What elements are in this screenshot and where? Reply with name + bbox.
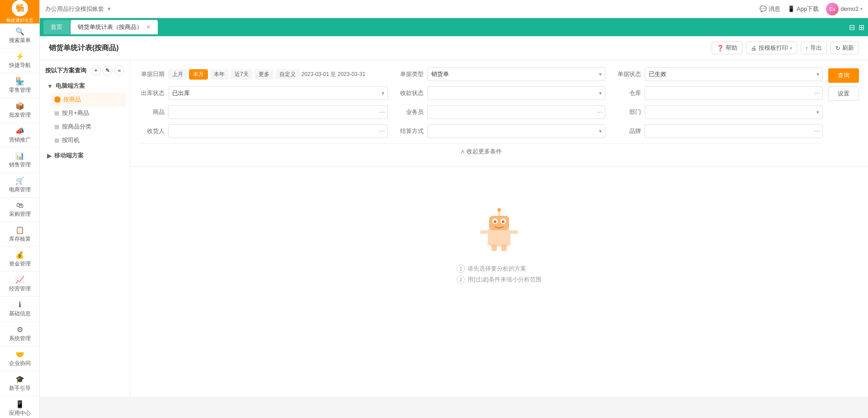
filter-with-query: 单据日期 上月 本月 本年 近7天 更多 自定义 2023-03-01 至 20… (139, 67, 859, 159)
sidebar-item-label: 应用中心 (2, 409, 38, 417)
sidebar-item-inventory[interactable]: 📋 库存核算 (0, 222, 40, 247)
refresh-button[interactable]: ↻ 刷新 (830, 42, 859, 54)
salesperson-dots[interactable]: ··· (597, 108, 603, 116)
settings-button[interactable]: 设置 (828, 86, 859, 101)
warehouse-dots[interactable]: ··· (814, 89, 820, 97)
by-goods-label: 按商品 (63, 95, 81, 104)
collapse-more-button[interactable]: ∧ 收起更多条件 (139, 143, 823, 159)
sidebar-item-ecommerce[interactable]: 🛒 电商管理 (0, 173, 40, 198)
filter-panel: 单据日期 上月 本月 本年 近7天 更多 自定义 2023-03-01 至 20… (130, 60, 868, 167)
operations-icon: 📈 (2, 276, 38, 284)
workspace-dropdown-arrow[interactable]: ▾ (108, 5, 111, 12)
tree-add-button[interactable]: + (91, 66, 101, 76)
print-label: 按模板打印 (759, 44, 788, 52)
brand-control: ··· (645, 124, 823, 138)
ecommerce-icon: 🛒 (2, 176, 38, 185)
sidebar-item-system[interactable]: ⚙ 系统管理 (0, 322, 40, 347)
mobile-expand-icon: ▶ (47, 152, 52, 159)
tree-node-mobile[interactable]: ▶ 移动端方案 (43, 149, 126, 162)
warehouse-input[interactable] (645, 86, 823, 100)
date-btn-more[interactable]: 更多 (255, 69, 274, 80)
sidebar-item-sales[interactable]: 📊 销售管理 (0, 148, 40, 173)
sidebar-item-marketing[interactable]: 📣 营销推广 (0, 123, 40, 148)
payment-method-select[interactable] (427, 124, 605, 138)
status-value: 已生效 (649, 70, 666, 78)
help-button[interactable]: ❓ 帮助 (712, 42, 742, 54)
right-main: 单据日期 上月 本月 本年 近7天 更多 自定义 2023-03-01 至 20… (130, 60, 868, 397)
user-dropdown-arrow: ▾ (860, 6, 863, 11)
salesperson-control: ··· (427, 105, 605, 119)
tab-minimize-icon[interactable]: ⊟ (849, 23, 855, 32)
tab-maximize-icon[interactable]: ⊞ (859, 23, 864, 32)
tree-edit-button[interactable]: ✎ (103, 66, 113, 76)
date-btn-custom[interactable]: 自定义 (275, 69, 300, 80)
sidebar-item-quick-nav[interactable]: ⚡ 快捷导航 (0, 48, 40, 73)
sidebar-item-newbie[interactable]: 🎓 新手引导 (0, 371, 40, 396)
avatar: Ea (826, 3, 839, 15)
sidebar-item-label: 搜索菜单 (2, 37, 38, 44)
receiver-dots[interactable]: ··· (379, 127, 385, 135)
status-label: 单据状态 (616, 70, 641, 78)
message-button[interactable]: 💬 消息 (760, 5, 780, 13)
sidebar-item-operations[interactable]: 📈 经营管理 (0, 272, 40, 297)
enterprise-icon: 🤝 (2, 350, 38, 359)
sidebar-item-label: 系统管理 (2, 335, 38, 342)
sidebar-item-search[interactable]: 🔍 搜索菜单 (0, 24, 40, 48)
type-value: 销货单 (431, 70, 449, 78)
type-control: 销货单 ▾ (427, 67, 605, 81)
user-menu[interactable]: Ea demo2 ▾ (826, 3, 863, 15)
type-select[interactable]: 销货单 (427, 67, 605, 81)
tree-node-desktop[interactable]: ▼ 电脑端方案 (43, 79, 126, 93)
sidebar-item-label: 零售管理 (2, 86, 38, 94)
sidebar-item-label: 营销推广 (2, 136, 38, 144)
date-btn-this-year[interactable]: 本年 (210, 69, 229, 80)
tree-node-by-category[interactable]: ▦ 按商品分类 (51, 120, 126, 133)
stock-out-select[interactable]: 已出库 (168, 86, 388, 100)
stock-out-control: 已出库 ▾ (168, 86, 388, 100)
filter-item-date: 单据日期 上月 本月 本年 近7天 更多 自定义 2023-03-01 至 20… (139, 69, 388, 80)
filter-item-payment: 收款状态 ▾ (398, 86, 605, 100)
app-download-button[interactable]: 📱 App下载 (788, 5, 819, 13)
sidebar-item-finance[interactable]: 💰 资金管理 (0, 247, 40, 272)
app-center-icon: 📱 (2, 400, 38, 408)
sidebar-item-basic[interactable]: ℹ 基础信息 (0, 297, 40, 322)
sidebar-item-enterprise[interactable]: 🤝 企业协同 (0, 347, 40, 371)
tree-collapse-button[interactable]: « (114, 66, 124, 76)
sidebar-item-retail[interactable]: 🏪 零售管理 (0, 73, 40, 98)
print-button[interactable]: 🖨 按模板打印 ▾ (746, 42, 797, 54)
date-btn-this-month[interactable]: 本月 (189, 69, 208, 80)
tab-sales-stats-label: 销货单统计表（按商品） (78, 23, 142, 31)
empty-steps: 1 请先选择要分析的方案 2 用[过滤]条件来缩小分析范围 (457, 265, 541, 286)
receiver-label: 收货人 (139, 127, 165, 135)
step-1-label: 请先选择要分析的方案 (467, 265, 526, 273)
sidebar-item-wholesale[interactable]: 📦 批发管理 (0, 98, 40, 123)
logo-icon: 畅 (12, 0, 28, 16)
filter-row-4: 收货人 ··· (139, 124, 823, 138)
sidebar-item-app-center[interactable]: 📱 应用中心 (0, 396, 40, 418)
salesperson-label: 业务员 (398, 108, 424, 116)
status-select[interactable]: 已生效 (645, 67, 823, 81)
tab-close-button[interactable]: ✕ (146, 24, 151, 30)
tab-sales-stats[interactable]: 销货单统计表（按商品） ✕ (71, 20, 158, 34)
date-btn-last-month[interactable]: 上月 (168, 69, 187, 80)
payment-select[interactable] (427, 86, 605, 100)
tab-home[interactable]: 首页 (43, 20, 70, 34)
workspace-label: 办公用品行业模拟账套 (45, 5, 104, 13)
body-wrapper: 按以下方案查询 + ✎ « ▼ 电脑端方案 按商品 (40, 60, 868, 397)
sidebar-item-purchase[interactable]: 🛍 采购管理 (0, 198, 40, 222)
basic-icon: ℹ (2, 300, 38, 309)
tree-node-by-goods[interactable]: 按商品 (51, 93, 126, 106)
wholesale-icon: 📦 (2, 102, 38, 110)
query-button[interactable]: 查询 (828, 68, 859, 83)
brand-dots[interactable]: ··· (814, 127, 820, 135)
svg-rect-11 (491, 245, 497, 251)
topbar: 办公用品行业模拟账套 ▾ 💬 消息 📱 App下载 Ea demo2 ▾ (40, 0, 868, 18)
dept-select[interactable] (645, 105, 823, 119)
step-num-1: 1 (457, 265, 465, 273)
export-button[interactable]: ↑ 导出 (801, 42, 827, 54)
tree-node-by-month-goods[interactable]: ▦ 按月+商品 (51, 106, 126, 120)
svg-rect-1 (488, 228, 510, 246)
date-btn-last-7[interactable]: 近7天 (231, 69, 253, 80)
goods-dots[interactable]: ··· (379, 108, 385, 116)
tree-node-by-cashier[interactable]: ▦ 按司机 (51, 133, 126, 147)
